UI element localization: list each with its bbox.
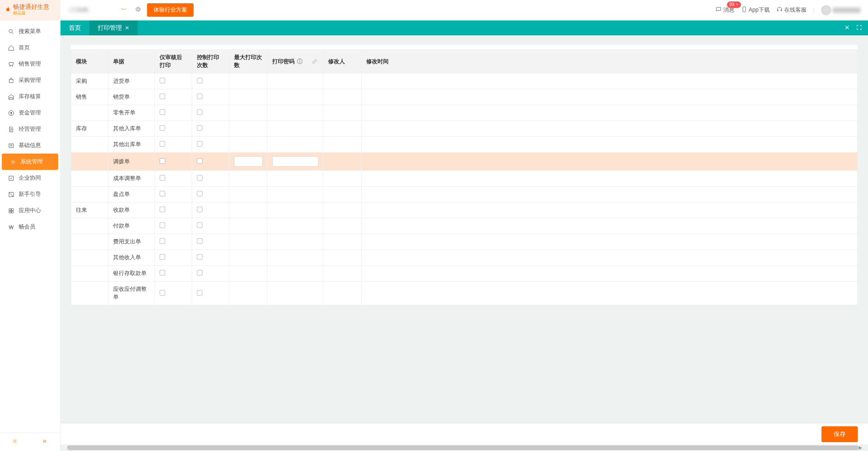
tab-1[interactable]: 打印管理✕ xyxy=(89,20,138,35)
ctrl-checkbox[interactable] xyxy=(197,109,202,115)
th-max: 最大打印次数 xyxy=(229,50,268,74)
scrollbar-thumb[interactable] xyxy=(67,445,859,450)
ctrl-checkbox[interactable] xyxy=(197,141,202,147)
tab-0[interactable]: 首页 xyxy=(61,20,89,35)
cell-module xyxy=(71,266,108,282)
audit-checkbox[interactable] xyxy=(160,158,165,164)
cell-audit xyxy=(155,250,192,266)
audit-checkbox[interactable] xyxy=(160,270,165,276)
sidebar-item-10[interactable]: 新手引导 xyxy=(0,186,60,202)
industry-plan-button[interactable]: 体验行业方案 xyxy=(147,3,194,17)
username-label xyxy=(833,7,861,13)
sidebar-item-6[interactable]: 经营管理 xyxy=(0,121,60,137)
audit-checkbox[interactable] xyxy=(160,125,165,131)
cell-module: 库存 xyxy=(71,121,108,137)
svg-rect-0 xyxy=(743,7,746,12)
ctrl-checkbox[interactable] xyxy=(197,207,202,212)
audit-checkbox[interactable] xyxy=(160,141,165,147)
close-icon[interactable]: ✕ xyxy=(125,25,129,31)
ctrl-checkbox[interactable] xyxy=(197,175,202,181)
cell-max xyxy=(229,218,268,234)
ctrl-checkbox[interactable] xyxy=(197,94,202,99)
messages-link[interactable]: 消息 99 + xyxy=(715,6,734,14)
sidebar-item-3[interactable]: 采购管理 xyxy=(0,72,60,88)
cell-pwd xyxy=(268,74,323,89)
sidebar-item-5[interactable]: 资金管理 xyxy=(0,105,60,121)
sidebar-item-8[interactable]: 系统管理 xyxy=(2,154,58,170)
cell-doc: 应收应付调整单 xyxy=(108,282,155,305)
sidebar-item-0[interactable]: 搜索菜单 xyxy=(0,23,60,40)
fullscreen-icon[interactable] xyxy=(856,24,862,32)
edit-icon[interactable] xyxy=(312,58,318,66)
sidebar-item-label: 资金管理 xyxy=(19,109,41,117)
avatar-icon xyxy=(821,5,831,15)
user-menu[interactable] xyxy=(821,5,861,15)
search-icon xyxy=(7,28,15,35)
sidebar-item-2[interactable]: 销售管理 xyxy=(0,56,60,72)
sidebar-item-4[interactable]: 库存核算 xyxy=(0,88,60,105)
cell-audit xyxy=(155,121,192,137)
cell-max xyxy=(229,187,268,202)
audit-checkbox[interactable] xyxy=(160,191,165,196)
brand-title: 畅捷通好生意 xyxy=(13,4,49,10)
save-button[interactable]: 保存 xyxy=(821,426,858,442)
ctrl-checkbox[interactable] xyxy=(197,78,202,83)
horizontal-scrollbar[interactable]: ▶ xyxy=(67,445,861,450)
sidebar-item-11[interactable]: 应用中心 xyxy=(0,202,60,219)
ctrl-checkbox[interactable] xyxy=(197,290,202,296)
cell-ctrl xyxy=(192,105,229,121)
audit-checkbox[interactable] xyxy=(160,175,165,181)
sidebar-item-12[interactable]: 畅会员 xyxy=(0,219,60,235)
brand-logo[interactable]: 畅捷通好生意 精品版 xyxy=(0,0,61,20)
ctrl-checkbox[interactable] xyxy=(197,125,202,131)
cell-max xyxy=(229,74,268,89)
audit-checkbox[interactable] xyxy=(160,94,165,99)
audit-checkbox[interactable] xyxy=(160,78,165,83)
sidebar-item-label: 企业协同 xyxy=(19,174,41,182)
collapse-sidebar-icon[interactable] xyxy=(42,438,48,446)
cell-max xyxy=(229,121,268,137)
cell-doc: 调拨单 xyxy=(108,153,155,171)
sidebar-item-label: 经营管理 xyxy=(19,125,41,133)
sidebar-item-9[interactable]: 企业协同 xyxy=(0,170,60,186)
tenant-selector[interactable]: （已隐藏） ﹀ xyxy=(61,6,131,14)
audit-checkbox[interactable] xyxy=(160,109,165,115)
cell-doc: 银行存取款单 xyxy=(108,266,155,282)
cell-modby xyxy=(323,137,362,153)
app-download-link[interactable]: App下载 xyxy=(741,6,770,14)
table-row: 调拨单 xyxy=(71,153,858,171)
audit-checkbox[interactable] xyxy=(160,254,165,260)
online-service-label: 在线客服 xyxy=(784,6,807,14)
cell-pwd xyxy=(268,89,323,105)
ctrl-checkbox[interactable] xyxy=(197,270,202,276)
max-count-input[interactable] xyxy=(234,156,262,167)
tab-label: 首页 xyxy=(69,24,81,32)
sidebar-item-1[interactable]: 首页 xyxy=(0,40,60,56)
sidebar-item-label: 库存核算 xyxy=(19,93,41,101)
th-ctrl: 控制打印次数 xyxy=(192,50,229,74)
ctrl-checkbox[interactable] xyxy=(197,254,202,260)
settings-gear-icon[interactable] xyxy=(135,6,141,14)
close-all-tabs-icon[interactable] xyxy=(844,24,850,32)
ctrl-checkbox[interactable] xyxy=(197,158,202,164)
table-row: 银行存取款单 xyxy=(71,266,858,282)
scrollbar-right-arrow-icon[interactable]: ▶ xyxy=(859,445,862,450)
ctrl-checkbox[interactable] xyxy=(197,222,202,228)
sidebar-item-label: 搜索菜单 xyxy=(19,27,41,35)
audit-checkbox[interactable] xyxy=(160,207,165,212)
cell-doc: 收款单 xyxy=(108,202,155,218)
password-input[interactable] xyxy=(272,156,318,167)
cell-max xyxy=(229,266,268,282)
audit-checkbox[interactable] xyxy=(160,222,165,228)
footer-gear-icon[interactable] xyxy=(12,438,18,446)
tabs-bar: 首页打印管理✕ xyxy=(61,20,868,35)
ctrl-checkbox[interactable] xyxy=(197,238,202,244)
online-service-link[interactable]: 在线客服 xyxy=(776,6,807,14)
ctrl-checkbox[interactable] xyxy=(197,191,202,196)
help-icon[interactable]: ⓘ xyxy=(297,58,303,65)
audit-checkbox[interactable] xyxy=(160,238,165,244)
sidebar-item-7[interactable]: 基础信息 xyxy=(0,137,60,154)
cell-ctrl xyxy=(192,153,229,171)
sidebar-item-label: 采购管理 xyxy=(19,76,41,84)
audit-checkbox[interactable] xyxy=(160,290,165,296)
